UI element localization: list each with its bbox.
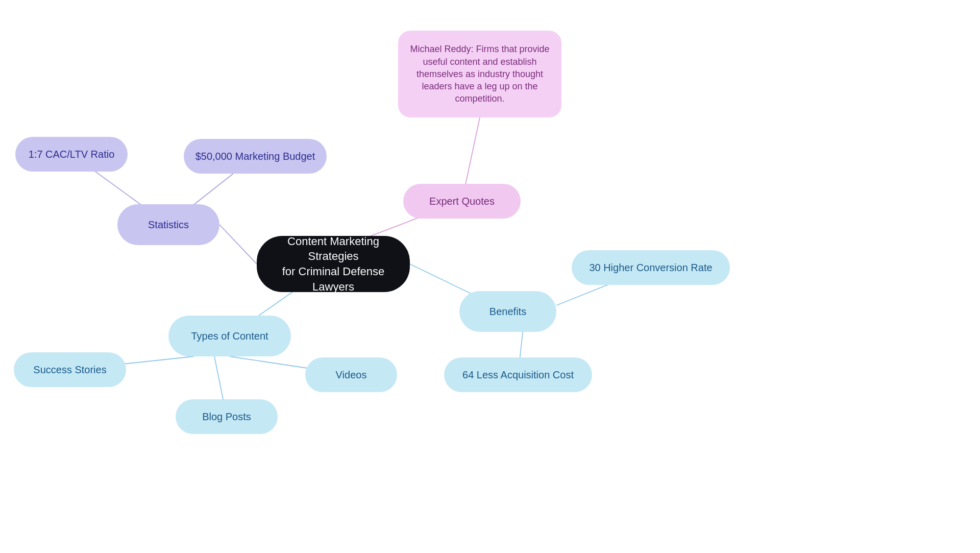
videos-node[interactable]: Videos — [305, 357, 397, 392]
statistics-node[interactable]: Statistics — [117, 204, 219, 245]
center-node: Content Marketing Strategies for Crimina… — [257, 236, 410, 292]
acquisition-label: 64 Less Acquisition Cost — [462, 368, 574, 382]
acquisition-node[interactable]: 64 Less Acquisition Cost — [444, 357, 592, 392]
cac-label: 1:7 CAC/LTV Ratio — [29, 148, 115, 161]
types-label: Types of Content — [191, 329, 268, 343]
quote-node: Michael Reddy: Firms that provide useful… — [398, 31, 561, 117]
conversion-node[interactable]: 30 Higher Conversion Rate — [572, 250, 730, 285]
success-stories-node[interactable]: Success Stories — [14, 352, 126, 387]
types-node[interactable]: Types of Content — [168, 316, 291, 356]
benefits-label: Benefits — [489, 305, 526, 319]
conversion-label: 30 Higher Conversion Rate — [589, 261, 712, 275]
statistics-label: Statistics — [148, 218, 189, 232]
benefits-node[interactable]: Benefits — [459, 291, 556, 332]
quote-label: Michael Reddy: Firms that provide useful… — [409, 43, 550, 105]
budget-node[interactable]: $50,000 Marketing Budget — [184, 139, 327, 174]
blog-posts-label: Blog Posts — [202, 410, 251, 424]
budget-label: $50,000 Marketing Budget — [195, 150, 315, 163]
center-label: Content Marketing Strategies for Crimina… — [268, 234, 399, 295]
expert-quotes-label: Expert Quotes — [429, 195, 495, 208]
success-stories-label: Success Stories — [33, 363, 106, 377]
expert-quotes-node[interactable]: Expert Quotes — [403, 184, 521, 219]
blog-posts-node[interactable]: Blog Posts — [176, 399, 278, 434]
cac-node[interactable]: 1:7 CAC/LTV Ratio — [15, 137, 128, 172]
videos-label: Videos — [336, 368, 367, 382]
svg-line-0 — [219, 225, 257, 264]
